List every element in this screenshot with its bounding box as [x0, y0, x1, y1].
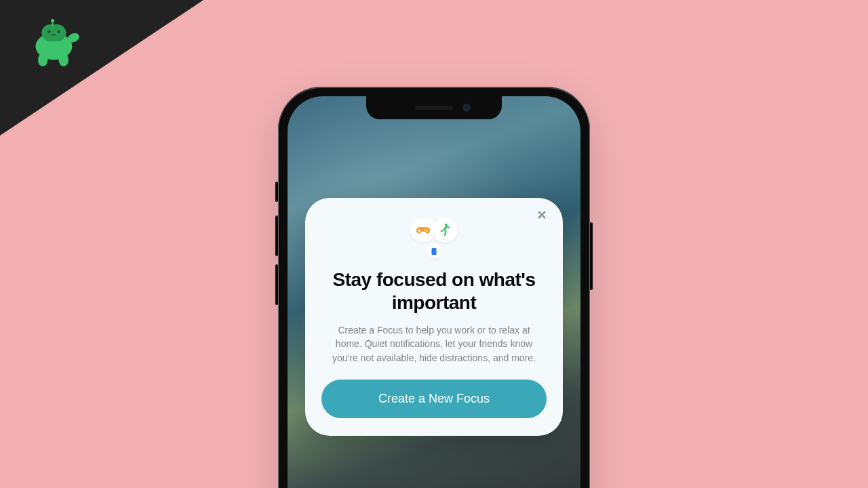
svg-point-8 [38, 53, 47, 66]
phone-frame: Stay focused on what's important Create … [278, 87, 590, 488]
focus-icons [321, 217, 547, 243]
power-button [590, 222, 593, 290]
focus-intro-card: Stay focused on what's important Create … [305, 198, 563, 436]
create-focus-button[interactable]: Create a New Focus [321, 380, 547, 418]
volume-down [275, 264, 278, 305]
svg-point-2 [47, 30, 51, 34]
card-heading: Stay focused on what's important [321, 268, 547, 314]
card-body: Create a Focus to help you work or to re… [321, 323, 547, 365]
close-button[interactable] [534, 210, 549, 225]
svg-point-3 [57, 30, 60, 34]
speaker-grille [415, 106, 453, 110]
svg-rect-4 [52, 34, 56, 35]
svg-rect-13 [418, 230, 421, 231]
site-logo [26, 12, 87, 73]
svg-point-14 [425, 229, 427, 230]
svg-point-9 [59, 53, 68, 66]
svg-rect-17 [432, 248, 437, 255]
reading-icon [427, 244, 441, 259]
volume-up [275, 216, 278, 256]
mute-switch [275, 182, 278, 202]
front-camera [462, 104, 471, 112]
close-icon [537, 210, 547, 220]
svg-rect-6 [52, 21, 54, 26]
svg-rect-1 [41, 24, 66, 41]
notch [366, 96, 502, 119]
svg-point-15 [427, 230, 428, 232]
phone-screen: Stay focused on what's important Create … [288, 96, 580, 488]
fitness-icon [432, 217, 458, 243]
